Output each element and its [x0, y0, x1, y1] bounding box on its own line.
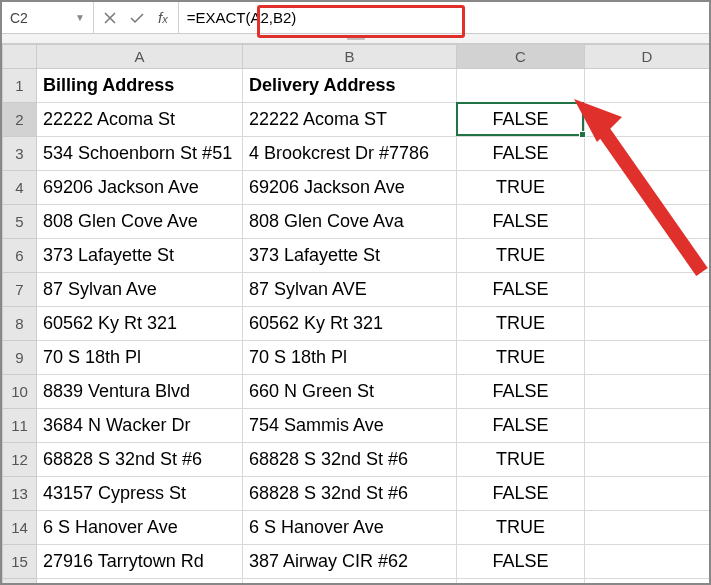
- row-header[interactable]: 10: [3, 375, 37, 409]
- cell[interactable]: TRUE: [457, 511, 585, 545]
- cell[interactable]: [585, 205, 710, 239]
- cell[interactable]: [585, 273, 710, 307]
- row-header[interactable]: 5: [3, 205, 37, 239]
- cell[interactable]: [457, 69, 585, 103]
- formula-input[interactable]: =EXACT(A2,B2): [179, 2, 709, 33]
- cell[interactable]: FALSE: [457, 273, 585, 307]
- row-header[interactable]: 4: [3, 171, 37, 205]
- row-header[interactable]: 16: [3, 579, 37, 586]
- col-header-B[interactable]: B: [243, 45, 457, 69]
- name-box[interactable]: C2 ▼: [2, 2, 94, 33]
- cell[interactable]: FALSE: [457, 205, 585, 239]
- cell[interactable]: 373 Lafayette St: [243, 239, 457, 273]
- cell[interactable]: [243, 579, 457, 586]
- select-all-cell[interactable]: [3, 45, 37, 69]
- cell[interactable]: 8839 Ventura Blvd: [37, 375, 243, 409]
- row-header[interactable]: 6: [3, 239, 37, 273]
- cell[interactable]: TRUE: [457, 341, 585, 375]
- spreadsheet-grid[interactable]: A B C D 1 Billing Address Delivery Addre…: [2, 44, 709, 585]
- cell[interactable]: 22222 Acoma St: [37, 103, 243, 137]
- cell[interactable]: [585, 239, 710, 273]
- formula-text: =EXACT(A2,B2): [187, 9, 297, 26]
- cell[interactable]: [585, 477, 710, 511]
- cell[interactable]: FALSE: [457, 477, 585, 511]
- cell[interactable]: FALSE: [457, 103, 585, 137]
- cell[interactable]: 68828 S 32nd St #6: [243, 443, 457, 477]
- cell[interactable]: 387 Airway CIR #62: [243, 545, 457, 579]
- name-box-value: C2: [10, 10, 28, 26]
- cell[interactable]: [457, 579, 585, 586]
- cell[interactable]: 27916 Tarrytown Rd: [37, 545, 243, 579]
- enter-icon[interactable]: [130, 12, 144, 24]
- cell[interactable]: TRUE: [457, 443, 585, 477]
- cell[interactable]: [585, 171, 710, 205]
- row-header[interactable]: 15: [3, 545, 37, 579]
- row-header[interactable]: 2: [3, 103, 37, 137]
- row-header[interactable]: 12: [3, 443, 37, 477]
- cell[interactable]: 69206 Jackson Ave: [243, 171, 457, 205]
- cell[interactable]: Delivery Address: [243, 69, 457, 103]
- formula-buttons: fx: [94, 2, 179, 33]
- cell[interactable]: [585, 69, 710, 103]
- cell[interactable]: FALSE: [457, 545, 585, 579]
- cell[interactable]: 6 S Hanover Ave: [37, 511, 243, 545]
- col-header-A[interactable]: A: [37, 45, 243, 69]
- cell[interactable]: [585, 375, 710, 409]
- row-header[interactable]: 8: [3, 307, 37, 341]
- cell[interactable]: 373 Lafayette St: [37, 239, 243, 273]
- cell[interactable]: [585, 511, 710, 545]
- cell[interactable]: [585, 409, 710, 443]
- col-header-D[interactable]: D: [585, 45, 710, 69]
- cell[interactable]: [585, 307, 710, 341]
- row-header[interactable]: 3: [3, 137, 37, 171]
- cell[interactable]: 70 S 18th Pl: [37, 341, 243, 375]
- formula-bar-expand[interactable]: [2, 34, 709, 44]
- row-header[interactable]: 11: [3, 409, 37, 443]
- cell[interactable]: TRUE: [457, 239, 585, 273]
- cell[interactable]: FALSE: [457, 137, 585, 171]
- row-header[interactable]: 14: [3, 511, 37, 545]
- row-header[interactable]: 13: [3, 477, 37, 511]
- col-header-C[interactable]: C: [457, 45, 585, 69]
- cell[interactable]: 87 Sylvan Ave: [37, 273, 243, 307]
- cell[interactable]: TRUE: [457, 307, 585, 341]
- cell[interactable]: FALSE: [457, 375, 585, 409]
- cell[interactable]: 660 N Green St: [243, 375, 457, 409]
- cell[interactable]: 68828 S 32nd St #6: [243, 477, 457, 511]
- cell[interactable]: 534 Schoenborn St #51: [37, 137, 243, 171]
- cell[interactable]: 43157 Cypress St: [37, 477, 243, 511]
- cell[interactable]: FALSE: [457, 409, 585, 443]
- cell[interactable]: 70 S 18th Pl: [243, 341, 457, 375]
- cell[interactable]: 22222 Acoma ST: [243, 103, 457, 137]
- cell[interactable]: [585, 545, 710, 579]
- cell[interactable]: 754 Sammis Ave: [243, 409, 457, 443]
- cell[interactable]: [585, 137, 710, 171]
- cell[interactable]: [585, 579, 710, 586]
- formula-bar: C2 ▼ fx =EXACT(A2,B2): [2, 2, 709, 34]
- cell[interactable]: [585, 443, 710, 477]
- cell[interactable]: 3684 N Wacker Dr: [37, 409, 243, 443]
- cell[interactable]: 808 Glen Cove Ave: [37, 205, 243, 239]
- fx-icon[interactable]: fx: [158, 9, 168, 26]
- cell[interactable]: 6 S Hanover Ave: [243, 511, 457, 545]
- cell[interactable]: Billing Address: [37, 69, 243, 103]
- cell[interactable]: [37, 579, 243, 586]
- cell[interactable]: 87 Sylvan AVE: [243, 273, 457, 307]
- cell[interactable]: [585, 103, 710, 137]
- cell[interactable]: [585, 341, 710, 375]
- cell[interactable]: 60562 Ky Rt 321: [243, 307, 457, 341]
- cancel-icon[interactable]: [104, 12, 116, 24]
- cell[interactable]: 60562 Ky Rt 321: [37, 307, 243, 341]
- cell[interactable]: 4 Brookcrest Dr #7786: [243, 137, 457, 171]
- cell[interactable]: 68828 S 32nd St #6: [37, 443, 243, 477]
- cell[interactable]: 69206 Jackson Ave: [37, 171, 243, 205]
- cell[interactable]: TRUE: [457, 171, 585, 205]
- row-header[interactable]: 7: [3, 273, 37, 307]
- row-header[interactable]: 9: [3, 341, 37, 375]
- row-header[interactable]: 1: [3, 69, 37, 103]
- chevron-down-icon[interactable]: ▼: [75, 12, 85, 23]
- cell[interactable]: 808 Glen Cove Ava: [243, 205, 457, 239]
